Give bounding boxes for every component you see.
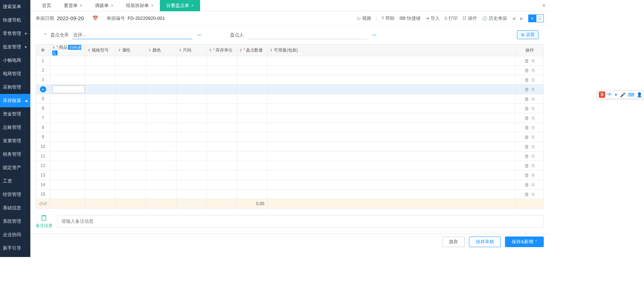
sidebar-item-8[interactable]: 资金管理 xyxy=(0,107,30,121)
copy-row-icon[interactable]: ⎘ xyxy=(532,77,535,83)
calendar-icon[interactable]: 📅 xyxy=(92,16,98,21)
sidebar-item-1[interactable]: 快捷导航 xyxy=(0,13,30,27)
close-all-tabs-button[interactable]: × xyxy=(539,2,549,9)
copy-row-icon[interactable]: ⎘ xyxy=(532,163,535,168)
tab-4[interactable]: 分量盘点单× xyxy=(160,0,200,11)
table-row[interactable]: 3🗑⎘ xyxy=(36,75,544,85)
table-row[interactable]: 2🗑⎘ xyxy=(36,66,544,75)
ime-mic-icon[interactable]: 🎤 xyxy=(620,92,626,97)
table-row[interactable]: 1🗑⎘ xyxy=(36,56,544,66)
help-button[interactable]: ?帮助 xyxy=(381,15,395,22)
sidebar-settings-button[interactable]: ⚙ xyxy=(0,255,30,257)
sidebar-item-0[interactable]: 搜索菜单 xyxy=(0,0,30,13)
tab-3[interactable]: 组装拆卸单× xyxy=(120,0,160,11)
counter-input[interactable] xyxy=(247,31,367,39)
copy-row-icon[interactable]: ⎘ xyxy=(532,115,535,121)
sidebar-item-16[interactable]: 系统管理 xyxy=(0,215,30,228)
copy-row-icon[interactable]: ⎘ xyxy=(532,182,535,187)
tab-2[interactable]: 调拨单× xyxy=(89,0,120,11)
delete-row-icon[interactable]: 🗑 xyxy=(524,182,529,187)
save-draft-button[interactable]: 保存草稿 xyxy=(469,237,501,247)
sidebar-item-13[interactable]: 工资 xyxy=(0,174,30,188)
sidebar-item-9[interactable]: 总账管理 xyxy=(0,121,30,134)
discard-button[interactable]: 放弃 xyxy=(442,237,465,247)
table-row[interactable]: 9🗑⎘ xyxy=(36,132,544,142)
col-size[interactable]: ▲▼尺码 xyxy=(176,44,207,56)
sidebar-item-10[interactable]: 发票管理 xyxy=(0,134,30,148)
col-avail[interactable]: ▲▼可用量(包装) xyxy=(267,44,516,56)
table-row[interactable]: 14🗑⎘ xyxy=(36,180,544,190)
copy-row-icon[interactable]: ⎘ xyxy=(532,173,535,178)
delete-row-icon[interactable]: 🗑 xyxy=(524,87,529,92)
delete-row-icon[interactable]: 🗑 xyxy=(524,192,529,197)
sidebar-item-5[interactable]: 电商管理 xyxy=(0,67,30,80)
ime-person-icon[interactable]: 👤 xyxy=(637,92,642,97)
table-row[interactable]: 6🗑⎘ xyxy=(36,104,544,113)
sidebar-item-18[interactable]: 新手引导 xyxy=(0,241,30,255)
table-row[interactable]: 10🗑⎘ xyxy=(36,142,544,151)
table-row[interactable]: 13🗑⎘ xyxy=(36,171,544,180)
view-list-icon[interactable]: ≡ xyxy=(528,14,536,22)
video-button[interactable]: ▷视频 xyxy=(357,15,371,22)
delete-row-icon[interactable]: 🗑 xyxy=(524,115,529,121)
grid-config-button[interactable]: ⚙ xyxy=(36,44,50,56)
col-product[interactable]: ▲▼*商品扫码录入 xyxy=(50,44,85,56)
print-button[interactable]: ⎙打印 xyxy=(445,15,458,22)
view-card-icon[interactable]: ☷ xyxy=(536,14,544,22)
table-row[interactable]: 11🗑⎘ xyxy=(36,151,544,161)
delete-row-icon[interactable]: 🗑 xyxy=(524,106,529,111)
ime-keyboard-icon[interactable]: ⌨ xyxy=(628,92,634,97)
delete-row-icon[interactable]: 🗑 xyxy=(524,68,529,73)
close-icon[interactable]: × xyxy=(111,3,113,8)
operate-button[interactable]: ☷操作 xyxy=(463,15,477,22)
save-new-button[interactable]: 保存&新增˄ xyxy=(505,237,544,247)
delete-row-icon[interactable]: 🗑 xyxy=(524,173,529,178)
sidebar-item-2[interactable]: 零售管理▼ xyxy=(0,27,30,40)
tab-0[interactable]: 首页 xyxy=(36,0,58,11)
copy-row-icon[interactable]: ⎘ xyxy=(532,96,535,102)
doc-date-value[interactable]: 2022-09-20 xyxy=(57,15,84,21)
close-icon[interactable]: × xyxy=(80,3,82,8)
table-row[interactable]: 15🗑⎘ xyxy=(36,190,544,199)
delete-row-icon[interactable]: 🗑 xyxy=(524,77,529,83)
table-row[interactable]: +🗑⎘ xyxy=(36,85,544,94)
table-row[interactable]: 8🗑⎘ xyxy=(36,123,544,132)
col-color[interactable]: ▲▼颜色 xyxy=(146,44,176,56)
col-attr[interactable]: ▲▼属性 xyxy=(116,44,146,56)
ime-toolbar[interactable]: S 中 ✦ 🎤 ⌨ 👤 xyxy=(597,90,644,99)
view-toggle[interactable]: ≡ ☷ xyxy=(528,14,544,22)
close-icon[interactable]: × xyxy=(191,3,194,8)
copy-row-icon[interactable]: ⎘ xyxy=(532,125,535,130)
col-qty[interactable]: ▲▼*盘点数量 xyxy=(237,44,267,56)
col-unit[interactable]: ▲▼*库存单位 xyxy=(207,44,237,56)
sidebar-item-17[interactable]: 企业协同 xyxy=(0,228,30,241)
import-button[interactable]: ⇥导入 xyxy=(426,15,440,22)
copy-row-icon[interactable]: ⎘ xyxy=(532,87,535,92)
table-row[interactable]: 7🗑⎘ xyxy=(36,113,544,123)
sidebar-item-14[interactable]: 经营管理 xyxy=(0,188,30,201)
copy-row-icon[interactable]: ⎘ xyxy=(532,134,535,140)
delete-row-icon[interactable]: 🗑 xyxy=(524,96,529,102)
remark-input[interactable] xyxy=(58,215,544,228)
sidebar-item-3[interactable]: 批发管理▼ xyxy=(0,40,30,54)
sidebar-item-7[interactable]: 库存核算◀ xyxy=(0,94,30,107)
add-row-button[interactable]: + xyxy=(40,86,46,92)
ime-emoji-icon[interactable]: ✦ xyxy=(614,92,618,97)
sidebar-item-12[interactable]: 固定资产 xyxy=(0,161,30,174)
copy-row-icon[interactable]: ⎘ xyxy=(532,192,535,197)
table-row[interactable]: 12🗑⎘ xyxy=(36,161,544,171)
warehouse-input[interactable] xyxy=(72,31,192,39)
prev-doc-button[interactable]: ◀ xyxy=(512,16,515,21)
warehouse-picker-icon[interactable]: ⋯ xyxy=(197,32,202,37)
col-spec[interactable]: ▲▼规格型号 xyxy=(85,44,116,56)
delete-row-icon[interactable]: 🗑 xyxy=(524,144,529,149)
sidebar-item-15[interactable]: 基础信息 xyxy=(0,201,30,215)
delete-row-icon[interactable]: 🗑 xyxy=(524,134,529,140)
copy-row-icon[interactable]: ⎘ xyxy=(532,68,535,73)
table-row[interactable]: 5🗑⎘ xyxy=(36,94,544,104)
copy-row-icon[interactable]: ⎘ xyxy=(532,154,535,159)
next-doc-button[interactable]: ▶ xyxy=(520,16,523,21)
copy-row-icon[interactable]: ⎘ xyxy=(532,144,535,149)
ime-lang[interactable]: 中 xyxy=(607,91,612,98)
history-button[interactable]: 🕓历史单据 xyxy=(482,15,507,22)
